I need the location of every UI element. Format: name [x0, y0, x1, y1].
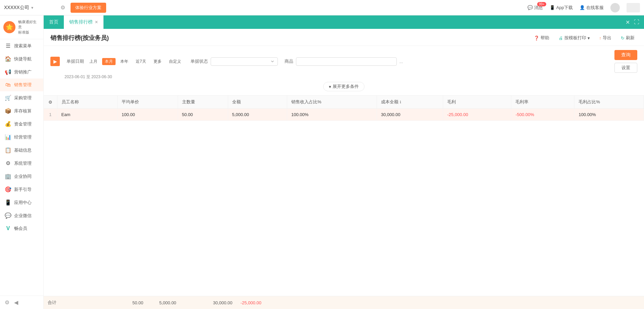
date-range-display: 2023-06-01 至 2023-06-30	[65, 74, 112, 79]
username-placeholder	[627, 3, 640, 12]
sidebar-item-member[interactable]: V 畅会员	[0, 222, 43, 235]
col-avg-price: 平均单价	[118, 96, 178, 109]
date-option-this-month[interactable]: 本月	[102, 58, 116, 65]
tab-close-all-icon[interactable]: ✕	[626, 19, 630, 25]
date-option-this-year[interactable]: 本年	[118, 58, 131, 65]
main-content: 首页 销售排行榜 ✕ ✕ ⛶ 销售排行榜(按业务员) ❓ 帮助 🖨 按模板打印	[44, 15, 644, 309]
sidebar-item-purchase[interactable]: 🛒 采购管理	[0, 91, 43, 104]
cell-avg-price: 100.00	[118, 109, 178, 121]
sidebar-label-basic-info: 基础信息	[14, 147, 32, 153]
template-print-button[interactable]: 🖨 按模板打印 ▾	[556, 34, 593, 42]
company-selector[interactable]: XXXXX公司 ▾	[4, 5, 58, 11]
page-actions: ❓ 帮助 🖨 按模板打印 ▾ ↑ 导出 ↻ 刷新	[531, 34, 638, 42]
expand-more-button[interactable]: ▾ 展开更多条件	[323, 82, 364, 91]
online-service-group[interactable]: 👤 在线客服	[579, 5, 604, 11]
date-option-last-month[interactable]: 上月	[87, 58, 100, 65]
app-download-label: App下载	[556, 5, 573, 11]
sales-icon: 🛍	[5, 82, 11, 88]
col-cost-amount: 成本全额 ℹ	[377, 96, 443, 109]
tab-sales-rank[interactable]: 销售排行榜 ✕	[64, 15, 103, 29]
sidebar-item-enterprise[interactable]: 🏢 企业协同	[0, 170, 43, 183]
footer-amount: 5,000.00	[155, 300, 182, 305]
cell-gross-rate: -500.00%	[511, 109, 574, 121]
cell-name: Eam	[57, 109, 118, 121]
sidebar-item-marketing[interactable]: 📢 营销推广	[0, 65, 43, 79]
tab-close-icon[interactable]: ✕	[95, 20, 98, 24]
sidebar-label-operations: 经营管理	[14, 134, 32, 140]
table-footer: 合计 50.00 5,000.00 30,000.00 -25,000.00	[44, 296, 644, 309]
page-header: 销售排行榜(按业务员) ❓ 帮助 🖨 按模板打印 ▾ ↑ 导出 ↻ 刷新	[44, 29, 644, 46]
sidebar-label-guide: 新手引导	[14, 187, 32, 193]
sidebar-item-inventory[interactable]: 📦 库存核算	[0, 104, 43, 117]
sidebar-collapse-icon[interactable]: ◀	[14, 299, 18, 306]
print-dropdown-icon: ▾	[588, 36, 590, 41]
cell-main-qty: 50.00	[178, 109, 228, 121]
logo-icon: 🌟	[3, 21, 15, 33]
sidebar-label-member: 畅会员	[14, 225, 27, 231]
inventory-icon: 📦	[5, 108, 11, 114]
sidebar: 🌟 畅康通好生意 标准版 ☰ 搜索菜单 🏠 快捷导航 📢 营销推广 🛍 销售管理…	[0, 15, 44, 309]
sidebar-item-system[interactable]: ⚙ 系统管理	[0, 157, 43, 170]
sidebar-item-app-center[interactable]: 📱 应用中心	[0, 196, 43, 209]
message-badge: 99+	[537, 2, 546, 6]
sidebar-label-inventory: 库存核算	[14, 108, 32, 114]
goods-input[interactable]	[296, 57, 397, 66]
sidebar-item-finance[interactable]: 💰 资金管理	[0, 117, 43, 131]
filter-area: ▶ 单据日期 上月 本月 本年 近7天 更多 自定义 单据状态	[44, 46, 644, 96]
cell-sales-pct: 100.00%	[287, 109, 377, 121]
status-filter-label: 单据状态	[190, 58, 208, 64]
tab-bar: 首页 销售排行榜 ✕ ✕ ⛶	[44, 15, 644, 29]
sidebar-label-app-center: 应用中心	[14, 200, 32, 206]
setting-button[interactable]: 设置	[614, 63, 637, 73]
date-option-7days[interactable]: 近7天	[133, 58, 149, 65]
operations-icon: 📊	[5, 134, 11, 140]
sidebar-item-operations[interactable]: 📊 经营管理	[0, 131, 43, 144]
query-button[interactable]: 查询	[614, 50, 637, 60]
filter-row: ▶ 单据日期 上月 本月 本年 近7天 更多 自定义 单据状态	[50, 50, 637, 73]
finance-icon: 💰	[5, 121, 11, 127]
sales-rank-table: ⚙ 员工名称 平均单价 主数量 全额 销售收入占比% 成本全额 ℹ 毛利 毛利率…	[44, 96, 644, 121]
status-select[interactable]	[211, 57, 278, 66]
refresh-button[interactable]: ↻ 刷新	[618, 34, 637, 42]
sidebar-logo: 🌟 畅康通好生意 标准版	[0, 15, 43, 39]
sidebar-item-search-order[interactable]: ☰ 搜索菜单	[0, 39, 43, 52]
tab-home[interactable]: 首页	[44, 15, 64, 29]
help-button[interactable]: ❓ 帮助	[531, 34, 552, 42]
tab-maximize-icon[interactable]: ⛶	[634, 19, 639, 25]
tab-right-icons: ✕ ⛶	[626, 19, 644, 25]
sidebar-bottom: ⚙ ◀	[0, 296, 43, 309]
cell-cost-amount: 30,000.00	[377, 109, 443, 121]
goods-more-dots[interactable]: ...	[399, 59, 403, 64]
app-download-group[interactable]: 📱 App下载	[550, 5, 573, 11]
sidebar-label-enterprise: 企业协同	[14, 173, 32, 179]
settings-icon[interactable]: ⚙	[60, 4, 65, 11]
sidebar-item-basic-info[interactable]: 📋 基础信息	[0, 144, 43, 157]
online-service-label: 在线客服	[586, 5, 604, 11]
sidebar-item-wechat[interactable]: 💬 企业微信	[0, 209, 43, 222]
date-option-custom[interactable]: 自定义	[166, 58, 184, 65]
expand-more-label: 展开更多条件	[333, 84, 359, 90]
sidebar-item-quick-nav[interactable]: 🏠 快捷导航	[0, 52, 43, 65]
tab-sales-rank-label: 销售排行榜	[69, 19, 93, 25]
sidebar-settings-icon[interactable]: ⚙	[5, 299, 9, 306]
sidebar-label-wechat: 企业微信	[14, 213, 32, 219]
filter-expand-arrow[interactable]: ▶	[50, 57, 60, 66]
status-filter: 单据状态	[190, 57, 278, 66]
export-icon: ↑	[599, 36, 602, 41]
col-amount: 全额	[228, 96, 287, 109]
guide-icon: 🎯	[5, 186, 11, 193]
col-settings: ⚙	[44, 96, 57, 109]
sidebar-label-purchase: 采购管理	[14, 95, 32, 101]
cell-rank: 1	[44, 109, 57, 121]
footer-cost-amount: 30,000.00	[209, 300, 237, 305]
sidebar-label-marketing: 营销推广	[14, 69, 32, 75]
trial-button[interactable]: 体验行业方案	[71, 3, 106, 13]
logo-text: 畅康通好生意 标准版	[18, 19, 40, 35]
date-option-more[interactable]: 更多	[151, 58, 164, 65]
sidebar-item-sales[interactable]: 🛍 销售管理	[0, 79, 43, 91]
avatar[interactable]	[610, 3, 620, 12]
message-group[interactable]: 💬 消息 99+	[527, 5, 543, 11]
sidebar-item-guide[interactable]: 🎯 新手引导	[0, 183, 43, 196]
help-label: 帮助	[541, 35, 549, 41]
export-button[interactable]: ↑ 导出	[597, 34, 614, 42]
